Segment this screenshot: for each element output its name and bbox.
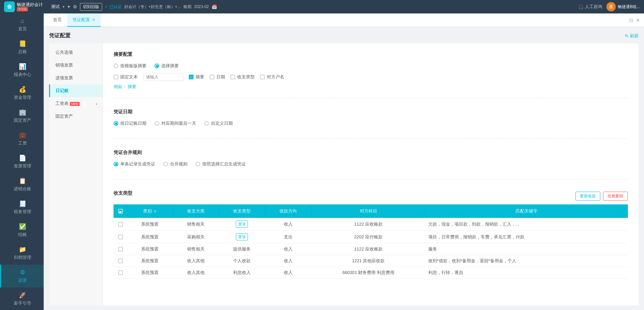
app-logo: 会 畅捷通好会计 专业版 <box>4 1 48 12</box>
row-checkbox-4[interactable] <box>118 270 123 275</box>
checkbox-payment-type[interactable]: 收支类型 <box>230 74 255 80</box>
checkbox-date[interactable]: 日期 <box>210 74 225 80</box>
checkbox-counterpart-box <box>260 75 265 79</box>
th-direction: 收款方向 <box>265 205 311 218</box>
tab-close-icon[interactable]: ✕ <box>92 17 95 22</box>
sidebar-item-guide[interactable]: 🚀 新手引导 <box>0 287 44 310</box>
headset-icon: 🎧 <box>578 4 584 9</box>
left-menu-fixed-asset[interactable]: 固定资产 <box>49 110 102 123</box>
checkbox-counterpart[interactable]: 对方户名 <box>260 74 284 80</box>
row-checkbox-1[interactable] <box>118 235 123 239</box>
left-menu-sale-invoice[interactable]: 销项发票 <box>49 59 102 72</box>
left-menu-purchase-invoice-label: 进项发票 <box>55 75 73 80</box>
archive-icon: 📁 <box>19 246 26 253</box>
table-header-row: ■ 类别 ∨ 收支大类 收支类型 收款方向 对方科目 匹配关键字 <box>114 205 628 218</box>
row-checkbox-2[interactable] <box>118 247 123 251</box>
checkbox-summary-label: 摘要 <box>196 74 204 80</box>
merge-section: 凭证合并规则 单条记录生成凭证 合并规则 <box>114 150 628 180</box>
radio-select[interactable]: 选择摘要 <box>155 63 179 69</box>
radio-last-day-label: 对应期间最后一天 <box>161 120 196 126</box>
logo-text: 畅捷通好会计 专业版 <box>17 2 43 12</box>
funds-icon: 💰 <box>19 86 26 93</box>
tab-home[interactable]: 首页 <box>48 13 67 27</box>
close-window-icon[interactable]: ✕ <box>636 17 640 23</box>
sidebar-item-archive[interactable]: 📁 归档管理 <box>0 242 44 265</box>
fixed-text-input[interactable] <box>143 73 183 81</box>
certified-tag: ✓ 已认证 <box>105 4 121 10</box>
cell-account-4: 660301 财务费用 利息费用 <box>311 267 426 279</box>
dropdown-arrow-icon[interactable]: ▾ <box>62 4 65 9</box>
tab-voucher-config[interactable]: 凭证配置 ✕ <box>67 13 101 27</box>
left-menu-journal[interactable]: 日记账 <box>49 84 102 97</box>
refresh-button[interactable]: ↻ 刷新 <box>625 33 639 39</box>
settle-icon: ✅ <box>19 223 26 230</box>
merge-section-title: 凭证合并规则 <box>114 150 628 156</box>
type-tag-0[interactable]: 置顶 <box>236 221 248 228</box>
merge-radio-group: 单条记录生成凭证 合并规则 按照选择汇总生成凭证 <box>114 161 628 167</box>
row-checkbox-0[interactable] <box>118 222 123 227</box>
header-checkbox[interactable]: ■ <box>118 209 123 214</box>
checkbox-counterpart-label: 对方户名 <box>267 74 284 80</box>
left-menu-public[interactable]: 公共选项 <box>49 46 102 59</box>
radio-single-label: 单条记录生成凭证 <box>120 161 155 167</box>
summary-section-title: 摘要配置 <box>114 51 628 57</box>
service-btn[interactable]: 🎧 人工咨询 <box>578 4 602 10</box>
table-btn-group: 更新收款 批量删除 <box>575 192 628 201</box>
radio-last-day-circle <box>155 121 159 126</box>
update-payment-button[interactable]: 更新收款 <box>575 192 600 201</box>
radio-select-total[interactable]: 按照选择汇总生成凭证 <box>196 161 246 167</box>
cell-major-2: 销售相关 <box>173 243 219 255</box>
example-prefix: 例如： <box>114 84 127 89</box>
settings-icon[interactable]: ⚙ <box>73 4 77 9</box>
sidebar-item-reports[interactable]: 📊 报表中心 <box>0 59 44 82</box>
sidebar-item-settle[interactable]: ✅ 结账 <box>0 219 44 242</box>
maximize-icon[interactable]: ⊡ <box>629 17 633 23</box>
checkbox-date-label: 日期 <box>216 74 225 80</box>
th-keyword: 匹配关键字 <box>426 205 628 218</box>
sidebar-item-funds[interactable]: 💰 资金管理 <box>0 82 44 105</box>
radio-last-day[interactable]: 对应期间最后一天 <box>155 120 196 126</box>
left-menu-salary-sheet[interactable]: 工资表NEW › <box>49 97 102 110</box>
sidebar-item-ledger[interactable]: 📒 总账 <box>0 36 44 59</box>
payment-types-section: 收支类型 更新收款 批量删除 ■ <box>114 190 628 287</box>
user-info[interactable]: 通 畅捷通B组... <box>606 2 640 11</box>
radio-merge-rule[interactable]: 合并规则 <box>163 161 187 167</box>
summary-checkbox-group: 固定文本 摘要 日期 <box>114 73 628 81</box>
cell-major-4: 收入其他 <box>173 267 219 279</box>
checkbox-fixed-text-label: 固定文本 <box>120 74 138 80</box>
checkbox-fixed-text[interactable]: 固定文本 <box>114 74 138 80</box>
cell-major-3: 收入其他 <box>173 255 219 267</box>
radio-template[interactable]: 按模板版摘要 <box>114 63 146 69</box>
sidebar-item-invoice[interactable]: 📄 发票管理 <box>0 150 44 173</box>
cell-account-3: 1221 其他应收款 <box>311 255 426 267</box>
batch-delete-button[interactable]: 批量删除 <box>603 192 628 201</box>
th-type: 收支类型 <box>219 205 265 218</box>
sidebar-item-tax[interactable]: 🧾 税务管理 <box>0 196 44 219</box>
switch-version-button[interactable]: 切到旧版 <box>80 3 102 11</box>
type-tag-1[interactable]: 置顶 <box>236 233 248 240</box>
calendar-icon[interactable]: 📅 <box>212 4 217 9</box>
summary-section: 摘要配置 按模板版摘要 选择摘要 <box>114 51 628 98</box>
sidebar-item-purchase[interactable]: 📋 进销台账 <box>0 173 44 196</box>
left-menu-purchase-invoice[interactable]: 进项发票 <box>49 72 102 84</box>
radio-custom-date-circle <box>204 121 209 126</box>
sidebar-item-salary[interactable]: 💼 工资 <box>0 127 44 150</box>
radio-custom-date[interactable]: 自定义日期 <box>204 120 233 126</box>
content-wrapper: 首页 凭证配置 ✕ ⊡ ✕ 凭证配置 ↻ 刷新 <box>44 13 644 310</box>
left-menu-sale-invoice-label: 销项发票 <box>55 63 73 68</box>
cell-account-1: 2202 应付账款 <box>311 231 426 243</box>
radio-journal-date[interactable]: 按日记账日期 <box>114 120 146 126</box>
radio-single[interactable]: 单条记录生成凭证 <box>114 161 155 167</box>
tags-text: 好会计（专）+好生意（标）+... <box>124 4 181 10</box>
table-row: 系统预置 销售相关 置顶 收入 1122 应收账款 欠款，现金，项目款，到款，报… <box>114 218 628 231</box>
sidebar-label-salary: 工资 <box>18 140 27 146</box>
checkbox-summary[interactable]: 摘要 <box>189 74 204 80</box>
add-icon[interactable]: + <box>67 4 70 10</box>
sidebar-item-home[interactable]: ⌂ 首页 <box>0 13 44 36</box>
cell-direction-4: 收入 <box>265 267 311 279</box>
cell-type-3: 个人收款 <box>219 255 265 267</box>
sidebar-item-settings[interactable]: ⚙ 设置 <box>0 265 44 287</box>
tax-icon: 🧾 <box>19 200 26 207</box>
row-checkbox-3[interactable] <box>118 259 123 263</box>
sidebar-item-assets[interactable]: 🏢 固定资产 <box>0 105 44 127</box>
